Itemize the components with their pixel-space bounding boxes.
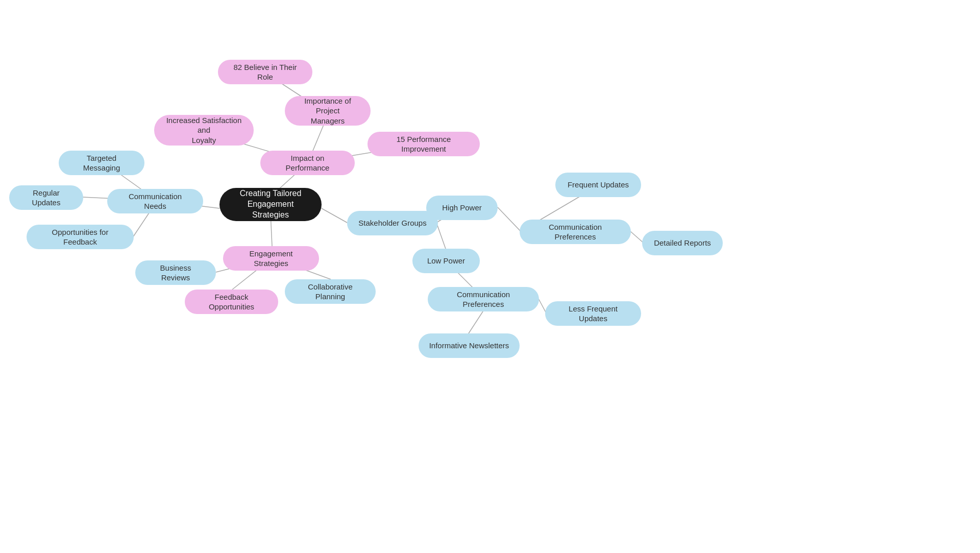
engagement-strategies-node: Engagement Strategies (223, 246, 319, 271)
increased-satisfaction-node: Increased Satisfaction and Loyalty (154, 115, 254, 146)
business-reviews-node: Business Reviews (135, 260, 216, 285)
less-frequent-updates-node: Less Frequent Updates (545, 301, 641, 326)
svg-line-16 (498, 207, 521, 231)
believe-in-role-node: 82 Believe in Their Role (218, 60, 312, 84)
center-node: Creating Tailored Engagement Strategies (219, 188, 322, 221)
comm-pref-high-node: Communication Preferences (520, 220, 631, 244)
feedback-opportunities-node: Feedback Opportunities (185, 290, 278, 314)
impact-on-performance-node: Impact on Performance (260, 151, 355, 175)
svg-line-15 (436, 223, 446, 249)
svg-line-21 (469, 310, 484, 333)
frequent-updates-node: Frequent Updates (555, 173, 641, 197)
informative-newsletters-node: Informative Newsletters (419, 333, 520, 358)
performance-improvement-node: 15 Performance Improvement (368, 132, 480, 156)
opportunities-for-feedback-node: Opportunities for Feedback (27, 225, 134, 249)
low-power-node: Low Power (412, 249, 480, 273)
communication-needs-node: Communication Needs (107, 189, 203, 213)
svg-line-18 (630, 231, 643, 243)
comm-pref-low-node: Communication Preferences (428, 287, 539, 311)
importance-project-managers-node: Importance of Project Managers (285, 96, 371, 126)
svg-line-13 (322, 208, 347, 223)
high-power-node: High Power (426, 196, 498, 220)
detailed-reports-node: Detailed Reports (642, 231, 723, 255)
targeted-messaging-node: Targeted Messaging (59, 151, 144, 175)
collaborative-planning-node: Collaborative Planning (285, 279, 376, 304)
stakeholder-groups-node: Stakeholder Groups (347, 211, 438, 235)
regular-updates-node: Regular Updates (9, 185, 83, 210)
